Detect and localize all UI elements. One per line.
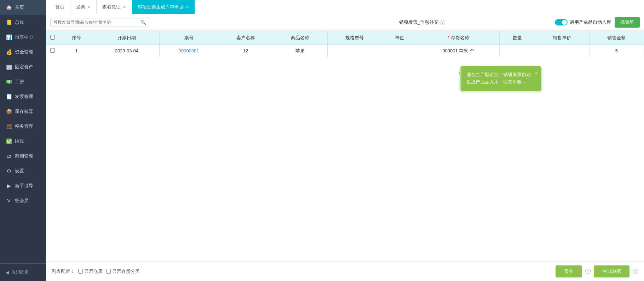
sidebar-item-archive[interactable]: 🗂 归档管理 [0,149,46,164]
sidebar-item-label: 新手引导 [15,183,33,189]
col-customer: 客户名称 [218,31,273,45]
sidebar-item-ledger[interactable]: 📒 总账 [0,15,46,30]
tooltip-popup: × 适合生产型企业，销项发票自动生成产成品入库，快来体验～ [460,66,541,91]
fixed-assets-icon: 🏢 [6,64,12,70]
sidebar-item-label: 归档管理 [15,153,33,159]
col-unit: 单位 [382,31,417,45]
main-area: 首页 发票 ✕ 查看凭证 ✕ 销项发票生成库存单据 ✕ 🔍 销项发票_信息补充 … [46,0,644,281]
payroll-icon: 💵 [6,79,12,85]
tab-writeoff-close[interactable]: ✕ [186,5,189,9]
col-date: 开票日期 [94,31,160,45]
search-input[interactable] [53,20,138,25]
tooltip-bar [460,66,461,91]
tab-writeoff[interactable]: 销项发票生成库存单据 ✕ [132,0,195,14]
row-spec [327,45,382,57]
col-inventory: 存货名称 [417,31,500,45]
row-unit [382,45,417,57]
sidebar-item-label: 畅会员 [15,197,29,204]
info-icon[interactable]: ? [440,20,445,25]
save-info-icon[interactable]: ? [585,269,591,274]
sidebar-item-fixed-assets[interactable]: 🏢 固定资产 [0,59,46,74]
row-amount: 5 [589,45,644,57]
settlement-icon: ✅ [6,138,12,144]
toggle-label: 启用产成品自动入库 [570,19,611,25]
tab-writeoff-label: 销项发票生成库存单据 [138,4,184,10]
sidebar-item-label: 结账 [15,138,24,144]
sidebar-item-settlement[interactable]: ✅ 结账 [0,134,46,149]
sidebar-item-invoice-mgmt[interactable]: 🧾 发票管理 [0,89,46,104]
row-quantity [500,45,535,57]
toolbar: 🔍 销项发票_信息补充 ? 启用产成品自动入库 批量填 [46,14,644,31]
save-button[interactable]: 暂存 [556,265,582,277]
content-area: 🔍 销项发票_信息补充 ? 启用产成品自动入库 批量填 [46,14,644,281]
sidebar-item-label: 设置 [15,168,24,174]
show-warehouse-checkbox[interactable] [78,269,83,274]
row-date: 2023-03-04 [94,45,160,57]
row-unit-price [535,45,589,57]
table-container: 序号 开票日期 票号 客户名称 商品名称 规格型号 单位 存货名称 数量 销售单… [46,31,644,261]
bottom-bar: 列表配置： 显示仓库 显示存货分类 暂存 ? 生成单据 ? [46,261,644,281]
col-unit-price: 销售单价 [535,31,589,45]
guide-icon: ▶ [6,183,12,189]
tab-home-label: 首页 [55,4,64,10]
sidebar-item-label: 库存核算 [15,108,33,115]
sidebar-item-tax[interactable]: 🧮 税务管理 [0,119,46,134]
col-quantity: 数量 [500,31,535,45]
sidebar-item-label: 资金管理 [15,49,33,55]
sidebar-item-label: 总账 [15,19,24,25]
sidebar-item-guide[interactable]: ▶ 新手引导 [0,178,46,193]
sidebar-item-funds[interactable]: 💰 资金管理 [0,45,46,59]
sidebar-item-label: 首页 [15,4,24,11]
info-label-text: 销项发票_信息补充 [399,19,438,25]
tab-home[interactable]: 首页 [50,0,70,14]
col-amount: 销售金额 [589,31,644,45]
tab-voucher[interactable]: 查看凭证 ✕ [97,0,132,14]
sidebar-item-label: 报表中心 [15,34,33,40]
generate-info-icon[interactable]: ? [633,269,638,274]
archive-icon: 🗂 [6,153,12,159]
show-warehouse-label[interactable]: 显示仓库 [78,268,103,275]
row-number[interactable]: 00000001 [159,45,218,57]
data-table: 序号 开票日期 票号 客户名称 商品名称 规格型号 单位 存货名称 数量 销售单… [46,31,644,57]
col-product: 商品名称 [273,31,327,45]
tab-invoice-close[interactable]: ✕ [87,5,91,9]
sidebar-item-payroll[interactable]: 💵 工资 [0,74,46,89]
info-label: 销项发票_信息补充 ? [399,19,445,25]
ledger-icon: 📒 [6,19,12,25]
tab-invoice-label: 发票 [76,4,85,10]
search-box[interactable]: 🔍 [50,18,149,27]
generate-button[interactable]: 生成单据 [594,265,629,277]
list-config-label: 列表配置： [52,268,75,275]
home-icon: 🏠 [6,5,12,10]
vip-icon: V [6,198,12,203]
col-number: 票号 [159,31,218,45]
toggle-group: 启用产成品自动入库 [555,19,611,25]
row-inventory[interactable]: 000001 苹果 个 [417,45,500,57]
sidebar-item-vip[interactable]: V 畅会员 [0,193,46,208]
show-category-label[interactable]: 显示存货分类 [106,268,140,275]
row-product: 苹果 [273,45,327,57]
sidebar-item-reports[interactable]: 📊 报表中心 [0,30,46,45]
tab-invoice[interactable]: 发票 ✕ [70,0,97,14]
sidebar-bottom: ◀ 取消固定 [0,263,46,281]
tooltip-close-btn[interactable]: × [535,69,538,77]
sidebar: 🏠 首页 📒 总账 📊 报表中心 💰 资金管理 🏢 固定资产 💵 工资 🧾 发票… [0,0,46,281]
sidebar-item-home[interactable]: 🏠 首页 [0,0,46,15]
row-checkbox[interactable] [50,48,55,53]
sidebar-item-label: 工资 [15,79,24,85]
tab-voucher-label: 查看凭证 [102,4,121,10]
settings-icon: ⚙ [6,168,12,174]
cancel-fixed-btn[interactable]: ◀ 取消固定 [0,266,46,278]
col-spec: 规格型号 [327,31,382,45]
toggle-knob [562,20,567,25]
select-all-checkbox[interactable] [50,35,55,40]
tab-voucher-close[interactable]: ✕ [123,5,126,9]
row-customer: 12 [218,45,273,57]
show-warehouse-text: 显示仓库 [84,268,103,275]
sidebar-item-settings[interactable]: ⚙ 设置 [0,164,46,178]
batch-fill-button[interactable]: 批量填 [615,17,640,28]
cancel-fixed-label: 取消固定 [12,269,29,275]
show-category-checkbox[interactable] [106,269,111,274]
toggle-switch[interactable] [555,19,568,25]
sidebar-item-inventory[interactable]: 📦 库存核算 [0,104,46,119]
